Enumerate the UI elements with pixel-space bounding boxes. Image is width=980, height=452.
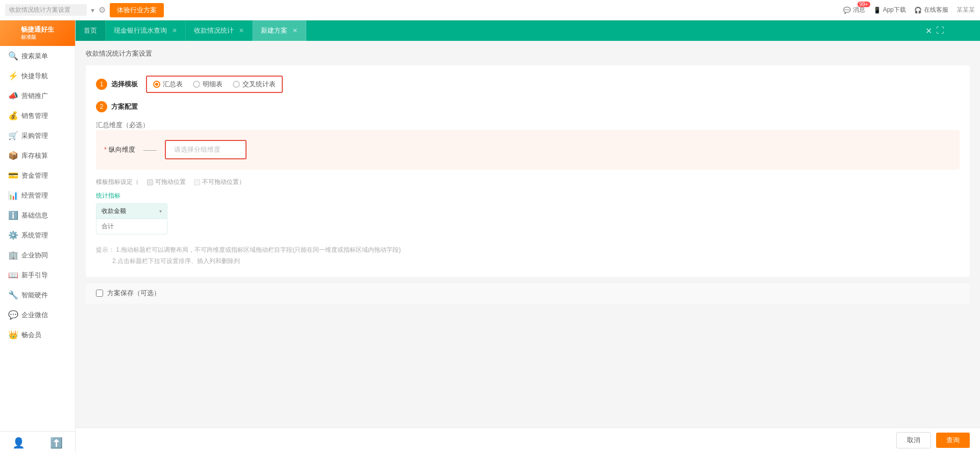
search-menu-icon: 🔍 (8, 51, 17, 61)
save-checkbox[interactable] (96, 290, 103, 297)
tab-new-plan[interactable]: 新建方案 ✕ (253, 20, 306, 41)
notification-badge: 99+ (857, 2, 870, 7)
fixed-dot (194, 179, 200, 185)
sidebar-bottom-icon-right[interactable]: ⬆️ (50, 437, 63, 449)
sidebar-item-sales[interactable]: 💰 销售管理 (0, 106, 75, 126)
system-icon: ⚙️ (8, 230, 17, 240)
sidebar-item-system[interactable]: ⚙️ 系统管理 (0, 225, 75, 245)
dimension-select[interactable]: 请选择分组维度 (165, 140, 247, 159)
sidebar-item-finance[interactable]: 💳 资金管理 (0, 165, 75, 185)
step2-label: 方案配置 (111, 102, 138, 111)
sidebar-item-purchase[interactable]: 🛒 采购管理 (0, 126, 75, 146)
sidebar-item-label: 企业协同 (21, 251, 48, 260)
sidebar-item-label: 畅会员 (21, 330, 41, 340)
cancel-button[interactable]: 取消 (896, 432, 931, 448)
top-header: 收款情况统计方案设置 ▾ ⚙ 体验行业方案 💬 消息 99+ 📱 App下载 🎧… (0, 0, 980, 20)
tab-close-icon[interactable]: ✕ (292, 27, 298, 34)
tab-receipts-stats[interactable]: 收款情况统计 ✕ (186, 20, 253, 41)
radio-summary[interactable]: 汇总表 (153, 80, 183, 89)
sidebar-item-guide[interactable]: 📖 新手引导 (0, 265, 75, 285)
sidebar-bottom: 👤 ⬆️ (0, 431, 75, 452)
sidebar-item-label: 资金管理 (21, 171, 48, 180)
download-item[interactable]: 📱 App下载 (873, 6, 906, 14)
tip-title: 提示： 1.拖动标题栏可以调整布局，不可跨维度或指标区域拖动栏目字段(只能在同一… (96, 245, 960, 256)
dropdown-arrow-icon[interactable]: ▾ (91, 6, 94, 14)
tab-expand-icon[interactable]: ⛶ (936, 26, 944, 35)
message-icon: 💬 (843, 7, 851, 14)
query-button[interactable]: 查询 (936, 433, 970, 448)
sidebar-item-wechat[interactable]: 💬 企业微信 (0, 305, 75, 325)
chevron-down-icon: ▾ (159, 208, 162, 214)
fixed-label: 不可拖动位置） (202, 178, 245, 186)
inventory-icon: 📦 (8, 151, 17, 160)
tab-close-icon[interactable]: ✕ (239, 27, 244, 34)
radio-cross-label: 交叉统计表 (242, 80, 276, 89)
tab-bank-flow-label: 现金银行流水查询 (114, 26, 167, 35)
step1-label: 选择模板 (111, 80, 138, 89)
step2-row: 2 方案配置 (96, 101, 960, 112)
sidebar-item-search[interactable]: 🔍 搜索菜单 (0, 46, 75, 66)
step1-row: 1 选择模板 汇总表 明细表 交叉统计表 (96, 76, 960, 93)
marketing-icon: 📣 (8, 91, 17, 101)
logo-sub: 标准版 (21, 34, 54, 41)
movable-dot (147, 179, 153, 185)
main-card: 1 选择模板 汇总表 明细表 交叉统计表 (86, 65, 970, 277)
page-content: 收款情况统计方案设置 1 选择模板 汇总表 明细表 (76, 41, 980, 427)
sidebar-item-label: 系统管理 (21, 231, 48, 240)
sidebar-item-management[interactable]: 📊 经营管理 (0, 185, 75, 205)
step2-num: 2 (96, 101, 107, 112)
sales-icon: 💰 (8, 111, 17, 121)
sidebar-item-label: 企业微信 (21, 311, 48, 320)
logo-text: 畅捷通好生 (21, 26, 54, 34)
guide-icon: 📖 (8, 270, 17, 280)
download-label: App下载 (883, 6, 906, 14)
sidebar-item-hardware[interactable]: 🔧 智能硬件 (0, 285, 75, 305)
sidebar-item-marketing[interactable]: 📣 营销推广 (0, 86, 75, 106)
tab-bank-flow[interactable]: 现金银行流水查询 ✕ (106, 20, 186, 41)
radio-cross[interactable]: 交叉统计表 (233, 80, 276, 89)
sidebar-item-label: 库存核算 (21, 151, 48, 160)
sidebar-item-basics[interactable]: ℹ️ 基础信息 (0, 205, 75, 225)
trial-button[interactable]: 体验行业方案 (110, 3, 164, 17)
stats-label: 统计指标 (96, 192, 960, 200)
radio-dot-cross (233, 81, 240, 88)
stats-table-preview: 收款金额 ▾ 合计 (96, 203, 167, 234)
user-name: 某某某 (957, 6, 975, 14)
sidebar-item-member[interactable]: 👑 畅会员 (0, 325, 75, 345)
stats-table-header[interactable]: 收款金额 ▾ (96, 204, 167, 219)
sidebar-item-label: 营销推广 (21, 91, 48, 101)
sidebar-item-inventory[interactable]: 📦 库存核算 (0, 146, 75, 165)
sidebar-item-enterprise[interactable]: 🏢 企业协同 (0, 245, 75, 265)
dimension-arrow: —— (143, 146, 157, 154)
sidebar-item-label: 采购管理 (21, 131, 48, 140)
tab-home-label: 首页 (84, 26, 97, 35)
tab-bar-actions: ✕ ⛶ (925, 20, 949, 41)
sidebar-item-label: 智能硬件 (21, 291, 48, 300)
sidebar-item-label: 经营管理 (21, 191, 48, 200)
top-header-right: 💬 消息 99+ 📱 App下载 🎧 在线客服 某某某 (843, 6, 975, 14)
download-icon: 📱 (873, 7, 881, 14)
service-item[interactable]: 🎧 在线客服 (914, 6, 948, 14)
template-radio-group: 汇总表 明细表 交叉统计表 (146, 76, 283, 93)
tab-bar: 首页 现金银行流水查询 ✕ 收款情况统计 ✕ 新建方案 ✕ ✕ ⛶ (76, 20, 980, 41)
page-title: 收款情况统计方案设置 (86, 49, 970, 58)
sidebar: 畅捷通好生 标准版 🔍 搜索菜单 ⚡ 快捷导航 📣 营销推广 💰 销售管理 🛒 … (0, 20, 76, 452)
stats-table-row: 合计 (96, 219, 167, 234)
radio-detail[interactable]: 明细表 (193, 80, 223, 89)
sidebar-item-quicknav[interactable]: ⚡ 快捷导航 (0, 66, 75, 86)
main-layout: 畅捷通好生 标准版 🔍 搜索菜单 ⚡ 快捷导航 📣 营销推广 💰 销售管理 🛒 … (0, 20, 980, 452)
movable-hint: 可拖动位置 (147, 178, 186, 186)
management-icon: 📊 (8, 191, 17, 200)
save-label: 方案保存（可选） (107, 289, 160, 298)
tab-close-window-icon[interactable]: ✕ (925, 26, 932, 36)
notification-item[interactable]: 💬 消息 99+ (843, 6, 865, 14)
settings-icon[interactable]: ⚙ (99, 5, 106, 15)
tips-section: 提示： 1.拖动标题栏可以调整布局，不可跨维度或指标区域拖动栏目字段(只能在同一… (96, 245, 960, 267)
save-row: 方案保存（可选） (86, 282, 970, 304)
tab-home[interactable]: 首页 (76, 20, 106, 41)
sidebar-item-label: 基础信息 (21, 211, 48, 220)
tab-close-icon[interactable]: ✕ (172, 27, 177, 34)
bottom-bar: 取消 查询 (76, 427, 980, 452)
breadcrumb-bar: 收款情况统计方案设置 (5, 4, 87, 16)
sidebar-bottom-icon-left[interactable]: 👤 (12, 437, 25, 449)
